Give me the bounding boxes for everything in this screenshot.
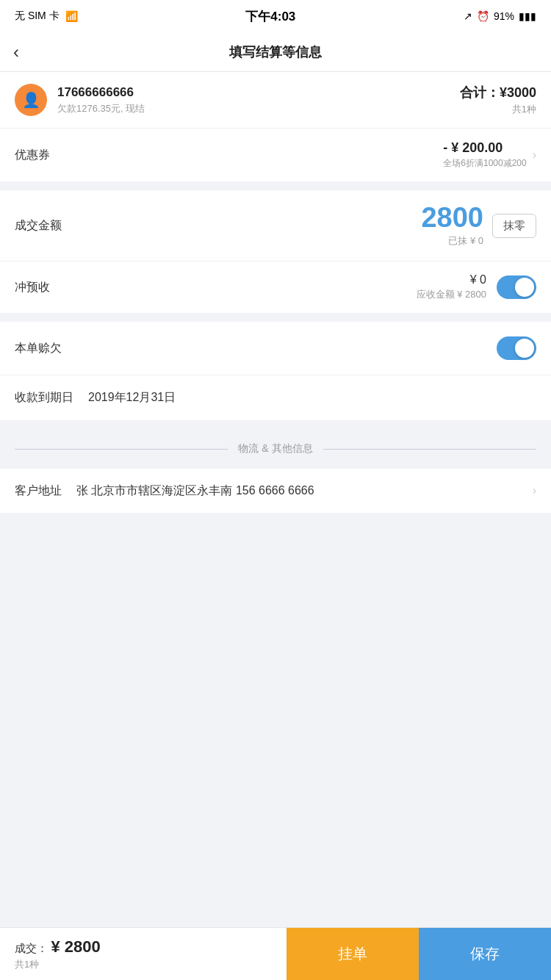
- prepaid-row: 冲预收 ¥ 0 应收金额 ¥ 2800: [0, 261, 551, 313]
- user-info-row: 👤 17666666666 欠款1276.35元, 现结 合计：¥3000 共1…: [0, 72, 551, 128]
- no-sim-text: 无 SIM 卡: [15, 10, 60, 23]
- prepaid-toggle[interactable]: [497, 275, 536, 299]
- user-info: 17666666666 欠款1276.35元, 现结: [57, 85, 145, 115]
- debt-label: 本单赊欠: [15, 341, 62, 356]
- section-divider-2: [0, 313, 551, 322]
- logistics-text: 物流 & 其他信息: [238, 442, 312, 455]
- coupon-label: 优惠券: [15, 148, 50, 163]
- item-count: 共1种: [460, 103, 536, 116]
- alarm-icon: ⏰: [477, 10, 489, 22]
- battery-text: 91%: [494, 10, 514, 22]
- status-time: 下午4:03: [245, 8, 295, 25]
- amount-label: 成交金额: [15, 218, 62, 234]
- hang-button[interactable]: 挂单: [287, 928, 419, 981]
- deal-value-text: 2800: [421, 203, 483, 231]
- coupon-right: - ¥ 200.00 全场6折满1000减200 ›: [443, 140, 536, 170]
- save-button[interactable]: 保存: [419, 928, 551, 981]
- user-phone: 17666666666: [57, 85, 145, 100]
- address-value: 张 北京市市辖区海淀区永丰南 156 6666 6666: [76, 482, 533, 500]
- duedate-row: 收款到期日 2019年12月31日: [0, 375, 551, 420]
- address-chevron-icon: ›: [533, 484, 536, 497]
- divider-line-right: [323, 449, 536, 450]
- bottom-deal-amount: ¥ 2800: [51, 937, 100, 956]
- bottom-deal-label: 成交：: [15, 942, 48, 954]
- prepaid-values: ¥ 0 应收金额 ¥ 2800: [417, 273, 486, 301]
- battery-icon: ▮▮▮: [519, 10, 536, 22]
- duedate-value: 2019年12月31日: [88, 390, 176, 406]
- empty-space: [0, 513, 551, 630]
- prepaid-label: 冲预收: [15, 280, 50, 295]
- status-bar: 无 SIM 卡 📶 下午4:03 ↗ ⏰ 91% ▮▮▮: [0, 0, 551, 32]
- nav-title: 填写结算等信息: [229, 43, 322, 61]
- bottom-summary: 成交： ¥ 2800 共1种: [0, 937, 287, 971]
- section-divider-1: [0, 181, 551, 190]
- order-total: 合计：¥3000 共1种: [460, 84, 536, 116]
- bottom-count: 共1种: [15, 958, 272, 971]
- address-label: 客户地址: [15, 483, 62, 499]
- status-right: ↗ ⏰ 91% ▮▮▮: [464, 10, 536, 22]
- prepaid-sub: 应收金额 ¥ 2800: [417, 288, 486, 301]
- wifi-icon: 📶: [65, 10, 78, 22]
- location-icon: ↗: [464, 10, 472, 22]
- debt-row: 本单赊欠: [0, 322, 551, 375]
- amount-sub: 已抹 ¥ 0: [421, 234, 483, 248]
- coupon-chevron-icon: ›: [533, 148, 536, 162]
- bottom-deal-row: 成交： ¥ 2800: [15, 937, 272, 956]
- coupon-desc: 全场6折满1000减200: [443, 157, 526, 170]
- back-button[interactable]: ‹: [13, 42, 19, 62]
- avatar: 👤: [15, 84, 47, 116]
- debt-toggle[interactable]: [497, 336, 536, 360]
- amount-value: 2800 已抹 ¥ 0: [421, 203, 483, 248]
- avatar-icon: 👤: [22, 91, 40, 109]
- round-button[interactable]: 抹零: [492, 214, 536, 238]
- total-amount: 合计：¥3000: [460, 84, 536, 101]
- prepaid-amount: ¥ 0: [417, 273, 486, 287]
- section-divider-3: [0, 420, 551, 429]
- amount-section: 成交金额 2800 已抹 ¥ 0 抹零: [0, 190, 551, 261]
- user-debt: 欠款1276.35元, 现结: [57, 102, 145, 115]
- coupon-row[interactable]: 优惠券 - ¥ 200.00 全场6折满1000减200 ›: [0, 128, 551, 181]
- duedate-label: 收款到期日: [15, 390, 73, 406]
- nav-bar: ‹ 填写结算等信息: [0, 32, 551, 72]
- divider-line-left: [15, 449, 228, 450]
- address-row[interactable]: 客户地址 张 北京市市辖区海淀区永丰南 156 6666 6666 ›: [0, 469, 551, 513]
- logistics-divider: 物流 & 其他信息: [0, 429, 551, 469]
- coupon-amount: - ¥ 200.00: [443, 140, 526, 156]
- status-left: 无 SIM 卡 📶: [15, 10, 78, 23]
- bottom-bar: 成交： ¥ 2800 共1种 挂单 保存: [0, 927, 551, 980]
